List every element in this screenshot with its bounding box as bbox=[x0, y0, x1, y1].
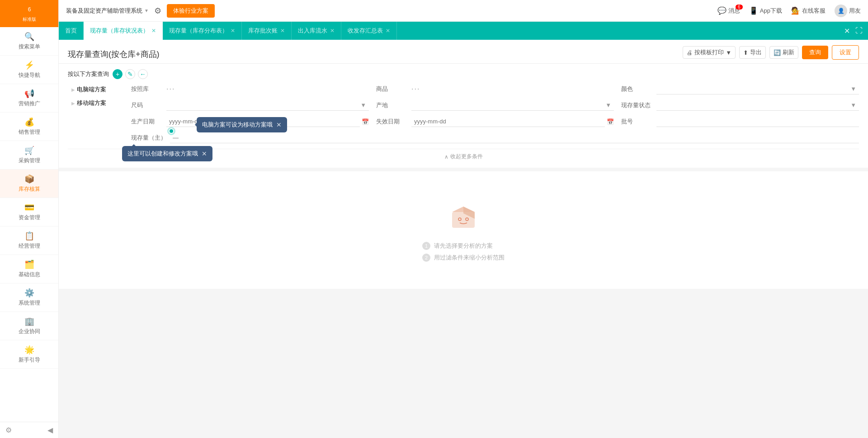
filter-batch-no: 批号 bbox=[621, 116, 859, 127]
sidebar-footer: ⚙ ◀ bbox=[0, 422, 58, 438]
tab-in-out-flow[interactable]: 出入库流水 ✕ bbox=[292, 22, 341, 40]
tab-home[interactable]: 首页 bbox=[59, 22, 84, 40]
warehouse-label: 按照库 bbox=[131, 85, 163, 93]
message-action[interactable]: 💬 消息 6 bbox=[717, 6, 740, 15]
refresh-icon: 🔄 bbox=[774, 49, 781, 56]
sidebar-item-marketing[interactable]: 📢 营销推广 bbox=[0, 84, 58, 113]
print-template-btn[interactable]: 🖨 按模板打印 ▼ bbox=[683, 46, 736, 59]
goods-label: 商品 bbox=[376, 85, 408, 93]
collapse-arrow-icon: ∧ bbox=[444, 154, 448, 160]
tab-batch-ledger[interactable]: 库存批次账 ✕ bbox=[242, 22, 292, 40]
add-icon: + bbox=[116, 71, 119, 78]
expire-date-calendar-icon[interactable]: 📅 bbox=[607, 118, 614, 125]
prod-date-calendar-icon[interactable]: 📅 bbox=[362, 118, 369, 125]
tab-inventory-status[interactable]: 现存量（库存状况表） ✕ bbox=[84, 22, 163, 40]
filter-rows: 按照库 ··· 商品 ··· 颜色 ▼ bbox=[131, 84, 859, 143]
sidebar-item-label: 销售管理 bbox=[19, 128, 40, 136]
sidebar-item-quick-nav[interactable]: ⚡ 快捷导航 bbox=[0, 56, 58, 84]
sidebar-item-label: 新手引导 bbox=[19, 356, 40, 364]
tooltip2-text: 这里可以创建和修改方案哦 bbox=[127, 150, 198, 158]
tab-inventory-dist[interactable]: 现存量（库存分布表） ✕ bbox=[163, 22, 242, 40]
system-selector[interactable]: 装备及固定资产辅助管理系统 ▼ bbox=[66, 7, 149, 15]
app-download-action[interactable]: 📱 App下载 bbox=[749, 6, 782, 15]
query-button[interactable]: 查询 bbox=[802, 46, 828, 59]
tab-batch-ledger-close[interactable]: ✕ bbox=[280, 28, 285, 34]
collapse-sidebar-btn[interactable]: ◀ bbox=[47, 426, 53, 434]
sidebar-item-finance[interactable]: 💳 资金管理 bbox=[0, 198, 58, 226]
stock-status-label: 现存量状态 bbox=[621, 101, 653, 109]
refresh-label: 刷新 bbox=[783, 48, 794, 57]
online-service-icon: 💁 bbox=[791, 6, 800, 15]
sidebar-item-label: 搜索菜单 bbox=[19, 43, 40, 51]
pc-scheme-item[interactable]: ▶ 电脑端方案 bbox=[68, 84, 122, 95]
filter-row-4: 现存量（主） bbox=[131, 132, 859, 143]
sidebar-item-guide[interactable]: 🌟 新手引导 bbox=[0, 340, 58, 369]
refresh-btn[interactable]: 🔄 刷新 bbox=[769, 46, 798, 59]
settings-footer-btn[interactable]: ⚙ bbox=[5, 426, 12, 434]
close-all-tabs-btn[interactable]: ✕ bbox=[842, 27, 852, 35]
export-btn[interactable]: ⬆ 导出 bbox=[739, 46, 766, 59]
tab-inventory-dist-close[interactable]: ✕ bbox=[231, 28, 235, 34]
warehouse-dots[interactable]: ··· bbox=[166, 85, 175, 93]
back-scheme-btn[interactable]: ← bbox=[138, 69, 148, 79]
sidebar-item-sales[interactable]: 💰 销售管理 bbox=[0, 113, 58, 141]
add-scheme-btn[interactable]: + bbox=[113, 69, 123, 79]
tab-inventory-status-close[interactable]: ✕ bbox=[151, 28, 156, 34]
message-icon: 💬 bbox=[717, 6, 726, 15]
color-select[interactable]: ▼ bbox=[656, 84, 859, 94]
batch-no-label: 批号 bbox=[621, 118, 653, 126]
user-avatar: 👤 bbox=[835, 5, 847, 17]
size-select[interactable]: ▼ bbox=[166, 100, 369, 111]
sidebar: 6 标准版 🔍 搜索菜单 ⚡ 快捷导航 📢 营销推广 💰 销售管理 🛒 采购管理… bbox=[0, 0, 59, 438]
stock-qty-min-input[interactable] bbox=[170, 132, 859, 143]
export-label: 导出 bbox=[750, 48, 762, 57]
tab-in-out-flow-close[interactable]: ✕ bbox=[330, 28, 335, 34]
tooltip1-close-btn[interactable]: ✕ bbox=[276, 121, 282, 128]
origin-label: 产地 bbox=[376, 101, 408, 109]
user-action[interactable]: 👤 用友 bbox=[835, 5, 861, 17]
tab-in-out-flow-label: 出入库流水 bbox=[298, 27, 327, 35]
origin-select[interactable]: ▼ bbox=[411, 100, 614, 111]
sidebar-item-label: 系统管理 bbox=[19, 299, 40, 307]
scheme-list: ▶ 电脑端方案 ▶ 移动端方案 按照库 ··· bbox=[68, 84, 859, 143]
empty-state: 1 请先选择要分析的方案 2 用过滤条件来缩小分析范围 bbox=[59, 171, 868, 289]
logo-icon: 6 bbox=[21, 5, 38, 15]
sidebar-item-system[interactable]: ⚙️ 系统管理 bbox=[0, 283, 58, 312]
tooltip2-close-btn[interactable]: ✕ bbox=[202, 150, 207, 157]
sidebar-item-enterprise[interactable]: 🏢 企业协同 bbox=[0, 312, 58, 340]
tab-receive-summary[interactable]: 收发存汇总表 ✕ bbox=[341, 22, 397, 40]
tab-receive-summary-close[interactable]: ✕ bbox=[386, 28, 390, 34]
print-label: 按模板打印 bbox=[694, 48, 724, 57]
message-badge: 6 bbox=[736, 5, 743, 9]
sidebar-item-purchase[interactable]: 🛒 采购管理 bbox=[0, 141, 58, 170]
online-service-label: 在线客服 bbox=[802, 7, 826, 15]
edit-scheme-btn[interactable]: ✎ bbox=[125, 69, 135, 79]
mobile-scheme-item[interactable]: ▶ 移动端方案 bbox=[68, 97, 122, 109]
prod-date-label: 生产日期 bbox=[131, 118, 163, 126]
filter-title-row: 按以下方案查询 + ✎ ← bbox=[68, 69, 859, 79]
header-settings-btn[interactable]: ⚙ bbox=[154, 6, 161, 16]
sidebar-item-label: 基础信息 bbox=[19, 271, 40, 278]
sidebar-item-inventory[interactable]: 📦 库存核算 bbox=[0, 170, 58, 198]
quick-nav-icon: ⚡ bbox=[24, 60, 34, 70]
batch-no-input[interactable] bbox=[656, 116, 859, 127]
goods-dots[interactable]: ··· bbox=[411, 85, 420, 93]
sidebar-item-base-info[interactable]: 🗂️ 基础信息 bbox=[0, 255, 58, 283]
size-arrow: ▼ bbox=[360, 102, 366, 108]
print-arrow: ▼ bbox=[726, 49, 731, 56]
settings-button[interactable]: 设置 bbox=[832, 45, 859, 60]
sidebar-item-operation[interactable]: 📋 经营管理 bbox=[0, 226, 58, 255]
filter-size: 尺码 ▼ bbox=[131, 100, 369, 111]
export-icon: ⬆ bbox=[743, 49, 748, 56]
table-area: 1 请先选择要分析的方案 2 用过滤条件来缩小分析范围 bbox=[59, 171, 868, 289]
back-icon: ← bbox=[140, 71, 146, 78]
guide-icon: 🌟 bbox=[24, 345, 34, 355]
experience-button[interactable]: 体验行业方案 bbox=[167, 4, 215, 18]
expire-date-input[interactable] bbox=[411, 116, 605, 127]
pc-scheme-label: 电脑端方案 bbox=[77, 85, 106, 94]
online-service-action[interactable]: 💁 在线客服 bbox=[791, 6, 826, 15]
sidebar-item-search[interactable]: 🔍 搜索菜单 bbox=[0, 27, 58, 56]
fullscreen-btn[interactable]: ⛶ bbox=[854, 27, 864, 35]
system-icon: ⚙️ bbox=[24, 288, 34, 298]
stock-status-select[interactable]: ▼ bbox=[656, 100, 859, 111]
